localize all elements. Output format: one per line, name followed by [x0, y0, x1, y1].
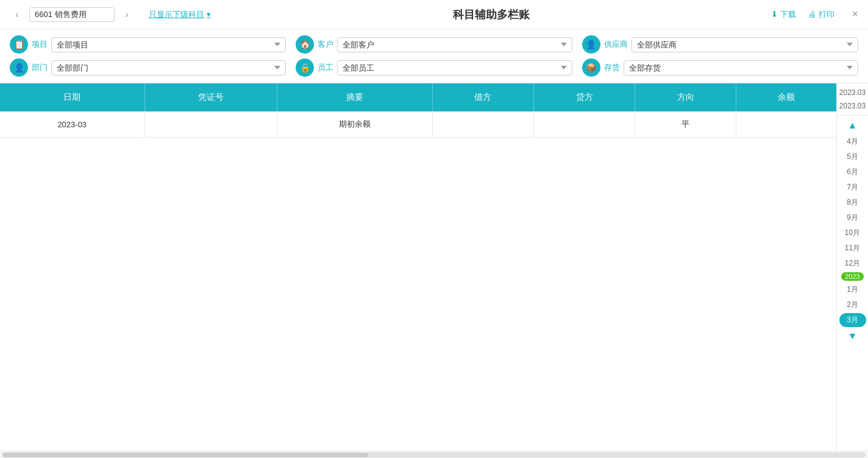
- col-credit: 贷方: [534, 83, 635, 111]
- sidebar-month-3[interactable]: 3月: [839, 313, 866, 327]
- download-icon: ⬇: [771, 10, 778, 19]
- main-window: ‹ 6601 销售费用 › 只显示下级科目 ▾ 科目辅助多栏账 ⬇ 下载 🖨 打…: [0, 0, 868, 458]
- filter-row-2: 👤 部门 全部部门 🔒 员工 全部员工 📦 存货 全部存货: [10, 58, 858, 77]
- print-icon: 🖨: [808, 10, 816, 19]
- filter-inventory: 📦 存货 全部存货: [582, 58, 858, 77]
- titlebar: ‹ 6601 销售费用 › 只显示下级科目 ▾ 科目辅助多栏账 ⬇ 下载 🖨 打…: [0, 0, 868, 29]
- filter-row-1: 📋 项目 全部项目 🏠 客户 全部客户 👤 供应商 全部供应商: [10, 35, 858, 54]
- customer-label: 客户: [318, 39, 333, 50]
- customer-icon: 🏠: [296, 35, 314, 54]
- sidebar-month-1[interactable]: 1月: [839, 283, 866, 297]
- bottom-scrollbar[interactable]: [0, 451, 868, 458]
- supplier-icon: 👤: [582, 35, 600, 54]
- chevron-down-icon: ▾: [207, 10, 211, 19]
- filter-customer: 🏠 客户 全部客户: [296, 35, 572, 54]
- table-body: 2023-03期初余额平: [0, 111, 836, 138]
- filter-project: 📋 项目 全部项目: [10, 35, 286, 54]
- print-button[interactable]: 🖨 打印: [808, 9, 834, 20]
- sidebar-month-11[interactable]: 11月: [839, 241, 866, 255]
- show-sublevel-toggle[interactable]: 只显示下级科目 ▾: [149, 9, 211, 20]
- sidebar-month-4[interactable]: 4月: [839, 135, 866, 149]
- cell-direction: 平: [635, 111, 736, 138]
- sidebar-month-6[interactable]: 6月: [839, 165, 866, 179]
- year-badge: 2023: [841, 272, 863, 281]
- sidebar-month-2[interactable]: 2月: [839, 298, 866, 312]
- filter-employee: 🔒 员工 全部员工: [296, 58, 572, 77]
- cell-credit: [534, 111, 635, 138]
- sidebar-month-5[interactable]: 5月: [839, 150, 866, 164]
- cell-summary: 期初余额: [277, 111, 433, 138]
- sidebar-month-10[interactable]: 10月: [839, 226, 866, 240]
- col-voucher: 凭证号: [144, 83, 277, 111]
- inventory-label: 存货: [604, 62, 620, 73]
- download-button[interactable]: ⬇ 下载: [771, 9, 796, 20]
- nav-prev-button[interactable]: ‹: [10, 7, 24, 22]
- filter-department: 👤 部门 全部部门: [10, 58, 286, 77]
- col-date: 日期: [0, 83, 144, 111]
- right-sidebar: 2023.03 2023.03 ▲ 4月 5月 6月 7月 8月 9月 10月 …: [836, 83, 868, 451]
- filter-supplier: 👤 供应商 全部供应商: [582, 35, 858, 54]
- sidebar-month-7[interactable]: 7月: [839, 180, 866, 194]
- download-label: 下载: [780, 9, 796, 20]
- inventory-select[interactable]: 全部存货: [624, 60, 858, 76]
- account-code-box: 6601 销售费用: [29, 7, 115, 22]
- col-balance: 余额: [736, 83, 836, 111]
- data-table: 日期 凭证号 摘要 借方 贷方 方向 余额 2023-03期初余额平: [0, 83, 836, 138]
- sidebar-top-item-1[interactable]: 2023.03: [838, 86, 867, 99]
- account-name-text: 销售费用: [55, 9, 87, 20]
- department-label: 部门: [32, 62, 48, 73]
- nav-next-button[interactable]: ›: [119, 7, 134, 22]
- titlebar-right: ⬇ 下载 🖨 打印 ×: [771, 8, 858, 21]
- col-summary: 摘要: [277, 83, 433, 111]
- cell-debit: [432, 111, 533, 138]
- employee-label: 员工: [318, 62, 333, 73]
- sidebar-down-arrow[interactable]: ▼: [844, 328, 861, 345]
- sidebar-month-12[interactable]: 12月: [839, 256, 866, 270]
- col-direction: 方向: [635, 83, 736, 111]
- employee-select[interactable]: 全部员工: [337, 60, 572, 76]
- main-content[interactable]: 日期 凭证号 摘要 借方 贷方 方向 余额 2023-03期初余额平: [0, 83, 836, 451]
- customer-select[interactable]: 全部客户: [337, 37, 572, 52]
- col-debit: 借方: [432, 83, 533, 111]
- table-row: 2023-03期初余额平: [0, 111, 836, 138]
- supplier-select[interactable]: 全部供应商: [631, 37, 858, 52]
- inventory-icon: 📦: [582, 58, 600, 77]
- account-code-text: 6601: [35, 10, 52, 19]
- page-title: 科目辅助多栏账: [453, 7, 530, 22]
- table-area: 日期 凭证号 摘要 借方 贷方 方向 余额 2023-03期初余额平: [0, 83, 868, 451]
- table-header-row: 日期 凭证号 摘要 借方 贷方 方向 余额: [0, 83, 836, 111]
- sidebar-month-8[interactable]: 8月: [839, 196, 866, 210]
- project-label: 项目: [32, 39, 48, 50]
- show-sublevel-label: 只显示下级科目: [149, 9, 204, 20]
- sidebar-top-items: 2023.03 2023.03: [837, 86, 868, 116]
- employee-icon: 🔒: [296, 58, 314, 77]
- close-button[interactable]: ×: [852, 8, 858, 21]
- print-label: 打印: [819, 9, 834, 20]
- scrollbar-track: [2, 453, 866, 457]
- sidebar-top-item-2[interactable]: 2023.03: [838, 99, 867, 113]
- project-select[interactable]: 全部项目: [51, 37, 286, 52]
- scrollbar-thumb[interactable]: [2, 453, 368, 457]
- sidebar-month-9[interactable]: 9月: [839, 211, 866, 225]
- titlebar-left: ‹ 6601 销售费用 › 只显示下级科目 ▾: [10, 7, 211, 22]
- cell-balance: [736, 111, 836, 138]
- filter-area: 📋 项目 全部项目 🏠 客户 全部客户 👤 供应商 全部供应商: [0, 29, 868, 83]
- cell-voucher: [144, 111, 277, 138]
- department-select[interactable]: 全部部门: [51, 60, 286, 76]
- department-icon: 👤: [10, 58, 28, 77]
- project-icon: 📋: [10, 35, 28, 54]
- sidebar-up-arrow[interactable]: ▲: [844, 117, 861, 134]
- supplier-label: 供应商: [604, 39, 628, 50]
- cell-date: 2023-03: [0, 111, 144, 138]
